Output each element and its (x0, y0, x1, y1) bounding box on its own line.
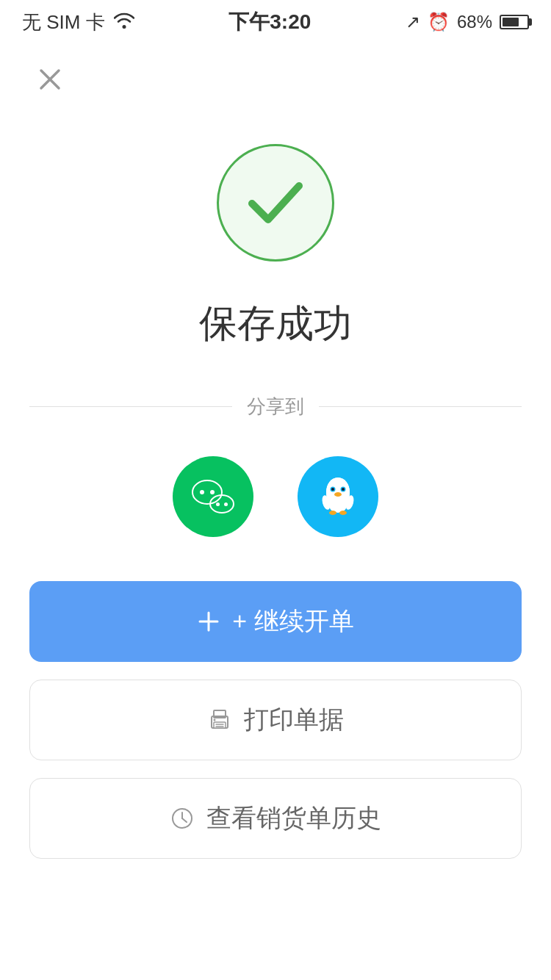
action-buttons: + 继续开单 打印单据 查看销货单历史 (0, 581, 551, 859)
svg-point-4 (210, 490, 215, 494)
print-button[interactable]: 打印单据 (29, 680, 522, 760)
svg-point-13 (342, 488, 345, 491)
history-label: 查看销货单历史 (206, 801, 381, 835)
svg-line-30 (182, 818, 187, 822)
svg-point-3 (200, 490, 204, 494)
continue-order-label: + 继续开单 (232, 605, 353, 638)
wechat-share-button[interactable] (173, 456, 253, 537)
svg-point-2 (192, 480, 222, 504)
wifi-icon (114, 11, 134, 34)
status-right: ↗ ⏰ 68% (406, 12, 529, 32)
svg-point-16 (329, 511, 336, 515)
share-icons (29, 456, 522, 537)
svg-point-6 (216, 502, 220, 506)
svg-point-17 (339, 511, 347, 515)
no-sim-text: 无 SIM 卡 (22, 10, 105, 35)
status-left: 无 SIM 卡 (22, 10, 134, 35)
share-divider: 分享到 (29, 394, 522, 419)
close-area (0, 44, 551, 115)
battery-icon (500, 15, 529, 29)
alarm-icon: ⏰ (428, 12, 450, 32)
success-title: 保存成功 (199, 298, 352, 350)
svg-point-14 (334, 492, 342, 497)
svg-rect-24 (214, 722, 226, 728)
location-icon: ↗ (406, 12, 420, 32)
continue-order-button[interactable]: + 继续开单 (29, 581, 522, 662)
share-label: 分享到 (247, 394, 304, 419)
share-section: 分享到 (0, 394, 551, 537)
battery-text: 68% (457, 12, 492, 32)
svg-point-15 (329, 498, 347, 513)
svg-point-7 (224, 502, 228, 506)
success-check-circle (217, 144, 334, 262)
svg-point-12 (331, 488, 334, 491)
status-time: 下午3:20 (228, 8, 311, 36)
print-label: 打印单据 (244, 703, 344, 737)
svg-point-5 (210, 495, 234, 513)
status-bar: 无 SIM 卡 下午3:20 ↗ ⏰ 68% (0, 0, 551, 44)
close-button[interactable] (29, 59, 71, 100)
success-content: 保存成功 分享到 (0, 115, 551, 903)
qq-share-button[interactable] (298, 456, 378, 537)
svg-point-27 (214, 719, 216, 721)
view-history-button[interactable]: 查看销货单历史 (29, 778, 522, 859)
